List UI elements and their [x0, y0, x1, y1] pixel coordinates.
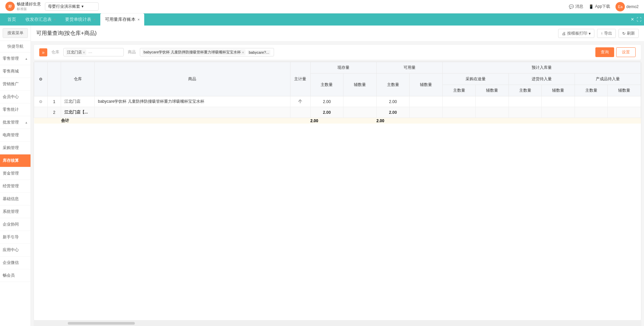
- warehouse-tag: 江北门店 ×: [66, 49, 86, 55]
- tab-summary-close[interactable]: ×: [54, 17, 56, 21]
- query-btn[interactable]: 查询: [595, 47, 614, 57]
- sidebar-item-enterprise[interactable]: 企业协同: [0, 218, 31, 231]
- warehouse-filter[interactable]: 江北门店 × ···: [63, 48, 124, 56]
- scroll-thumb[interactable]: [68, 322, 135, 325]
- user-name: demo2: [626, 4, 639, 9]
- th-incoming-main: 主数量: [508, 85, 542, 96]
- th-incoming-group: 进货待入量: [508, 74, 575, 85]
- sidebar-item-retail-mgmt[interactable]: 零售管理: [0, 52, 31, 65]
- sidebar-item-marketing[interactable]: 营销推广: [0, 78, 31, 91]
- tab-available[interactable]: 可用量库存账本 ×: [100, 13, 144, 26]
- filter-actions: 查询 设置: [595, 47, 636, 57]
- th-index: [48, 62, 61, 96]
- th-available-group: 可用量: [376, 62, 442, 74]
- warehouse-tag-close[interactable]: ×: [83, 50, 85, 54]
- footer-existing-aux: [343, 118, 377, 124]
- sidebar-item-wecom[interactable]: 企业微信: [0, 257, 31, 269]
- th-settings[interactable]: ⚙: [34, 62, 48, 96]
- nav-expand-btn[interactable]: ⛶: [637, 17, 641, 22]
- row1-production-aux: [608, 96, 641, 107]
- tab-order-close[interactable]: ×: [93, 17, 95, 21]
- store-selector[interactable]: 母婴行业演示账套 ▾: [45, 2, 99, 11]
- nav-close-btn[interactable]: ×: [631, 16, 634, 22]
- nav-tabs-actions: × ⛶: [631, 16, 641, 22]
- sidebar-item-guide[interactable]: 新手引导: [0, 231, 31, 244]
- sidebar-item-retail-mall[interactable]: 零售商城: [0, 65, 31, 78]
- th-purchase-onway-group: 采购在途量: [442, 74, 508, 85]
- print-btn[interactable]: 🖨 按模板打印 ▾: [558, 29, 594, 38]
- sidebar-item-ecom-mgmt[interactable]: 电商管理: [0, 129, 31, 142]
- row2-purchase-aux: [476, 107, 509, 118]
- row2-index: 2: [48, 107, 61, 118]
- sidebar-item-member[interactable]: 会员中心: [0, 91, 31, 103]
- row2-existing-aux: [343, 107, 377, 118]
- sidebar-item-appstore[interactable]: 应用中心: [0, 244, 31, 257]
- product-tag-2: babycare?...: [248, 50, 271, 55]
- product-tag-2-text: babycare?...: [249, 50, 269, 54]
- row2-warehouse: 江北门店【...: [61, 107, 95, 118]
- sidebar-item-wholesale-mgmt[interactable]: 批发管理: [0, 116, 31, 129]
- footer-production-main: [575, 118, 608, 124]
- footer-purchase-main: [442, 118, 476, 124]
- sidebar-item-purchase-mgmt[interactable]: 采购管理: [0, 142, 31, 154]
- app-icon: 📱: [589, 4, 594, 9]
- tab-summary[interactable]: 收发存汇总表 ×: [21, 13, 60, 26]
- app-download-label: App下载: [595, 4, 610, 9]
- tab-available-close[interactable]: ×: [138, 17, 140, 21]
- product-tag-1-close[interactable]: ×: [242, 50, 244, 54]
- horizontal-scrollbar[interactable]: [34, 321, 641, 326]
- row1-warehouse: 江北门店: [61, 96, 95, 107]
- message-btn[interactable]: 💬 消息: [569, 4, 583, 9]
- row2-settings[interactable]: [34, 107, 48, 118]
- print-dropdown-icon: ▾: [589, 31, 591, 36]
- logo-area: 好 畅捷通好生意 标准版: [5, 2, 41, 11]
- refresh-icon: ↻: [622, 31, 626, 36]
- th-available-aux: 辅数量: [410, 74, 443, 96]
- th-product: 商品: [95, 62, 290, 96]
- export-btn[interactable]: ↑ 导出: [597, 29, 616, 38]
- store-name: 母婴行业演示账套: [48, 4, 80, 9]
- product-filter[interactable]: babycare学饮杯 儿童防摔防撞吸管杯重力球吸嘴杯宝宝水杯 × babyca…: [140, 48, 274, 56]
- sidebar-search-area: 搜索菜单: [0, 26, 31, 41]
- user-area[interactable]: Ea demo2: [615, 2, 639, 11]
- tab-order[interactable]: 要货单统计表 ×: [60, 13, 100, 26]
- sidebar-item-retail-stats[interactable]: 零售统计: [0, 103, 31, 116]
- warehouse-tag-text: 江北门店: [67, 50, 82, 55]
- sidebar-item-inventory[interactable]: 库存核算: [0, 154, 31, 167]
- row1-incoming-aux: [542, 96, 575, 107]
- th-production-aux: 辅数量: [608, 85, 641, 96]
- th-main-unit: 主计量: [290, 62, 310, 96]
- sidebar-quick-nav[interactable]: 快捷导航: [0, 41, 31, 52]
- main-content: 可用量查询(按仓库+商品) 🖨 按模板打印 ▾ ↑ 导出 ↻ 刷新 »: [31, 26, 644, 326]
- row1-incoming-main: [508, 96, 542, 107]
- sidebar-item-system[interactable]: 系统管理: [0, 205, 31, 218]
- sidebar-item-basic[interactable]: 基础信息: [0, 193, 31, 205]
- row2-production-aux: [608, 107, 641, 118]
- th-existing-aux: 辅数量: [343, 74, 377, 96]
- app-download-btn[interactable]: 📱 App下载: [589, 4, 610, 9]
- sidebar-item-finance[interactable]: 资金管理: [0, 167, 31, 180]
- tab-summary-label: 收发存汇总表: [25, 16, 52, 22]
- sidebar-search-btn[interactable]: 搜索菜单: [3, 28, 28, 38]
- filter-expand-btn[interactable]: »: [39, 48, 47, 56]
- refresh-btn[interactable]: ↻ 刷新: [619, 29, 639, 38]
- row1-settings[interactable]: ⚙: [34, 96, 48, 107]
- row1-purchase-aux: [476, 96, 509, 107]
- tab-home-label: 首页: [7, 16, 16, 22]
- header-actions: 🖨 按模板打印 ▾ ↑ 导出 ↻ 刷新: [558, 29, 639, 38]
- settings-btn[interactable]: 设置: [616, 47, 636, 57]
- refresh-label: 刷新: [627, 31, 635, 36]
- row1-available-aux: [410, 96, 443, 107]
- product-tag-1: babycare学饮杯 儿童防摔防撞吸管杯重力球吸嘴杯宝宝水杯 ×: [142, 49, 246, 55]
- th-warehouse: 仓库: [61, 62, 95, 96]
- logo-sub: 标准版: [17, 7, 27, 11]
- th-production-main: 主数量: [575, 85, 608, 96]
- warehouse-filter-dots[interactable]: ···: [88, 50, 92, 55]
- tab-home[interactable]: 首页: [3, 13, 21, 26]
- sidebar-item-ops[interactable]: 经营管理: [0, 180, 31, 193]
- footer-purchase-aux: [476, 118, 509, 124]
- row2-available-aux: [410, 107, 443, 118]
- sidebar-item-vip[interactable]: 畅会员: [0, 269, 31, 282]
- footer-incoming-main: [508, 118, 542, 124]
- footer-existing-main: 2.00: [310, 118, 343, 124]
